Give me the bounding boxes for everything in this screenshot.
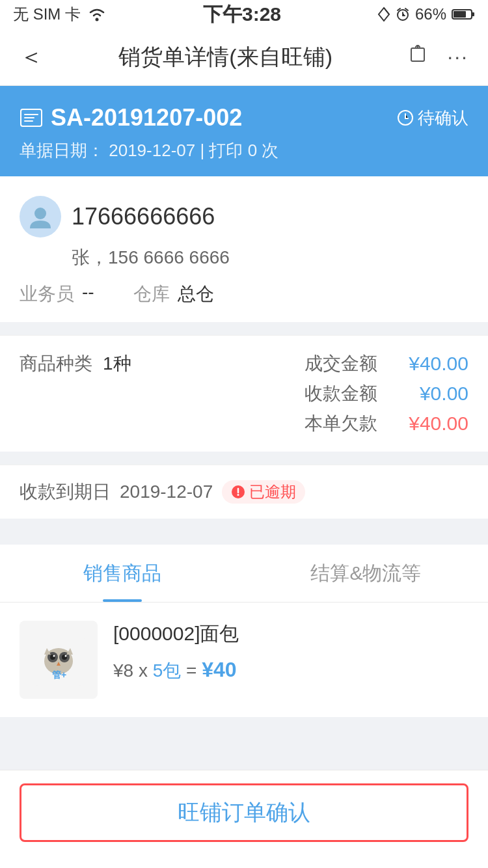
- status-label: 待确认: [418, 107, 468, 129]
- product-item: 管+ [0000002]面包 ¥8 x 5包 = ¥40: [0, 603, 488, 717]
- summary-right: 成交金额 ¥40.00 收款金额 ¥0.00 本单欠款 ¥40.00: [305, 351, 468, 436]
- status-left: 无 SIM 卡: [13, 4, 107, 25]
- product-type-count: 1种: [103, 351, 131, 376]
- equals: =: [186, 660, 202, 681]
- order-status: 待确认: [397, 107, 468, 129]
- sales-rep-value: --: [82, 282, 94, 306]
- product-type-label: 商品种类: [20, 351, 92, 376]
- total-price: ¥40: [202, 658, 236, 681]
- product-info: [0000002]面包 ¥8 x 5包 = ¥40: [113, 621, 468, 683]
- order-id: SA-20191207-002: [51, 104, 242, 131]
- overdue-label: 已逾期: [249, 481, 296, 502]
- product-price: ¥8 x 5包 = ¥40: [113, 658, 468, 683]
- page-title: 销货单详情(来自旺铺): [118, 42, 332, 72]
- order-header: SA-20191207-002 待确认 单据日期： 2019-12-07 | 打…: [0, 86, 488, 176]
- svg-point-10: [237, 494, 239, 496]
- order-icon: [20, 108, 43, 128]
- tabs-bar: 销售商品 结算&物流等: [0, 545, 488, 603]
- share-button[interactable]: [408, 45, 427, 69]
- received-amount-value: ¥0.00: [390, 383, 468, 405]
- sales-rep-label: 业务员: [20, 282, 74, 306]
- location-icon: [377, 7, 390, 22]
- back-button[interactable]: ＜: [20, 41, 43, 73]
- svg-point-18: [65, 655, 67, 657]
- customer-name: 张，156 6666 6666: [20, 245, 468, 270]
- customer-phone: 17666666666: [72, 203, 215, 230]
- received-amount-label: 收款金额: [305, 381, 377, 406]
- carrier-text: 无 SIM 卡: [13, 4, 81, 25]
- product-name: [0000002]面包: [113, 621, 468, 647]
- svg-rect-5: [411, 48, 424, 61]
- battery-text: 66%: [415, 5, 446, 23]
- due-section: 收款到期日 2019-12-07 已逾期: [0, 465, 488, 519]
- svg-point-17: [53, 655, 55, 657]
- tab-settlement[interactable]: 结算&物流等: [244, 545, 488, 602]
- summary-left: 商品种类 1种: [20, 351, 131, 376]
- warehouse-label: 仓库: [133, 282, 170, 306]
- clock-icon: [397, 109, 414, 126]
- deal-amount-label: 成交金额: [305, 351, 377, 376]
- bottom-bar: 旺铺订单确认: [0, 770, 488, 868]
- avatar: [20, 196, 61, 237]
- warehouse-item: 仓库 总仓: [133, 282, 214, 306]
- due-date-label: 收款到期日: [20, 480, 111, 504]
- customer-row: 17666666666: [20, 196, 468, 237]
- order-date: 单据日期： 2019-12-07 | 打印 0 次: [20, 139, 468, 162]
- nav-bar: ＜ 销货单详情(来自旺铺) ···: [0, 29, 488, 86]
- svg-point-8: [34, 208, 46, 219]
- summary-section: 商品种类 1种 成交金额 ¥40.00 收款金额 ¥0.00 本单欠款 ¥40.…: [0, 336, 488, 452]
- wifi-icon: [87, 7, 107, 21]
- sales-rep-item: 业务员 --: [20, 282, 94, 306]
- battery-icon: [452, 8, 475, 21]
- order-header-top: SA-20191207-002 待确认: [20, 104, 468, 131]
- overdue-badge: 已逾期: [222, 480, 305, 504]
- status-bar: 无 SIM 卡 下午3:28 66%: [0, 0, 488, 29]
- svg-point-0: [96, 18, 99, 21]
- warehouse-value: 总仓: [178, 282, 214, 306]
- quantity: 5包: [153, 660, 182, 681]
- unit-price: ¥8 x: [113, 660, 153, 681]
- tabs-section: 销售商品 结算&物流等 管+: [0, 545, 488, 717]
- status-right: 66%: [377, 5, 475, 23]
- due-date-value: 2019-12-07: [120, 481, 213, 502]
- owed-amount-row: 本单欠款 ¥40.00: [305, 411, 468, 436]
- svg-rect-4: [472, 12, 474, 16]
- customer-section: 17666666666 张，156 6666 6666 业务员 -- 仓库 总仓: [0, 176, 488, 322]
- customer-meta: 业务员 -- 仓库 总仓: [20, 282, 468, 306]
- nav-actions: ···: [408, 45, 468, 69]
- tab-products[interactable]: 销售商品: [0, 545, 244, 602]
- more-button[interactable]: ···: [447, 45, 468, 69]
- warning-icon: [231, 485, 245, 499]
- spacer: [0, 532, 488, 545]
- deal-amount-row: 成交金额 ¥40.00: [305, 351, 468, 376]
- confirm-button[interactable]: 旺铺订单确认: [20, 783, 468, 842]
- owed-amount-label: 本单欠款: [305, 411, 377, 436]
- received-amount-row: 收款金额 ¥0.00: [305, 381, 468, 406]
- product-thumbnail: 管+: [20, 621, 98, 699]
- alarm-icon: [396, 7, 410, 21]
- owed-amount-value: ¥40.00: [390, 413, 468, 435]
- svg-rect-3: [454, 11, 466, 18]
- svg-text:管+: 管+: [52, 670, 66, 680]
- deal-amount-value: ¥40.00: [390, 353, 468, 375]
- status-time: 下午3:28: [203, 1, 281, 28]
